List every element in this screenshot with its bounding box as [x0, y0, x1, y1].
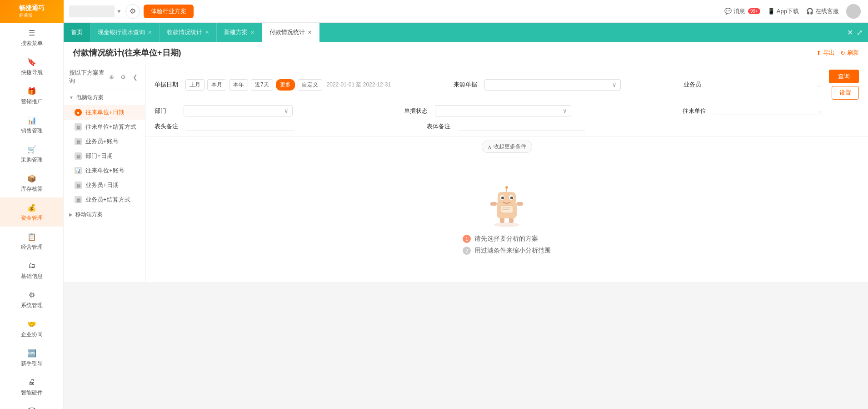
scheme-label-salesperson-account: 业务员+账号: [85, 137, 119, 146]
export-button[interactable]: ⬆ 导出: [816, 49, 835, 57]
date-btn-more[interactable]: 更多: [276, 79, 295, 91]
desktop-section-label: 电脑端方案: [76, 94, 104, 101]
sidebar-item-quick-nav[interactable]: 🔖 快捷导航: [0, 52, 63, 81]
panel-header-icons: ⊕ ⚙ ❮: [107, 72, 140, 81]
page-header: 付款情况统计(往来单位+日期) ⬆ 导出 ↻ 刷新: [64, 42, 868, 64]
scheme-icon-salesperson-settle: ▦: [75, 196, 82, 203]
scheme-item-salesperson-settle[interactable]: ▦ 业务员+结算方式: [64, 192, 145, 207]
sidebar-item-wechat[interactable]: 💬 企业微信: [0, 401, 63, 409]
tab-payments[interactable]: 付款情况统计 ✕: [262, 23, 319, 42]
sidebar-item-capital[interactable]: 💰 资金管理: [0, 197, 63, 227]
source-bill-chevron-icon: ∨: [612, 81, 617, 88]
query-button[interactable]: 查询: [829, 70, 859, 83]
sidebar-item-inventory[interactable]: 📦 库存核算: [0, 168, 63, 197]
panel-add-button[interactable]: ⊕: [107, 72, 116, 81]
marketing-icon: 🎁: [26, 86, 37, 96]
bill-status-select[interactable]: ∨: [435, 105, 571, 116]
dept-chevron-icon: ∨: [284, 107, 289, 114]
try-industry-button[interactable]: 体验行业方案: [144, 5, 194, 18]
counter-unit-input-area: ...: [713, 106, 823, 115]
desktop-section-header[interactable]: ▼ 电脑端方案: [64, 90, 145, 105]
tab-new-scheme-close-icon[interactable]: ✕: [250, 30, 254, 35]
sidebar-item-system[interactable]: ⚙ 系统管理: [0, 285, 63, 314]
workspace-selector[interactable]: ▼: [69, 5, 122, 17]
empty-state: 1 请先选择要分析的方案 2 用过滤条件来缩小分析范围: [145, 157, 868, 282]
sidebar-item-label-system: 系统管理: [21, 302, 43, 309]
sidebar-item-basic-info[interactable]: 🗂 基础信息: [0, 256, 63, 285]
panel-settings-button[interactable]: ⚙: [119, 72, 128, 81]
salesperson-input-area: ...: [713, 81, 822, 89]
scheme-icon-salesperson-account: ▦: [75, 138, 82, 145]
collapse-bar: ∧ 收起更多条件: [145, 136, 868, 157]
tab-bank[interactable]: 现金银行流水查询 ✕: [90, 23, 160, 42]
main-content: 首页 现金银行流水查询 ✕ 收款情况统计 ✕ 新建方案 ✕ 付款情况统计 ✕ ✕…: [64, 23, 868, 409]
tab-home[interactable]: 首页: [64, 23, 90, 42]
tab-bank-close-icon[interactable]: ✕: [148, 30, 152, 35]
guide-icon: 🆕: [26, 348, 37, 359]
tab-new-scheme[interactable]: 新建方案 ✕: [217, 23, 262, 42]
date-btn-last-month[interactable]: 上月: [185, 79, 205, 91]
scheme-item-dept-date[interactable]: ▦ 部门+日期: [64, 149, 145, 163]
panel-collapse-button[interactable]: ❮: [130, 72, 140, 81]
download-icon: 📱: [768, 8, 775, 15]
date-btn-custom[interactable]: 自定义: [298, 79, 322, 91]
collapse-button[interactable]: ∧ 收起更多条件: [482, 141, 532, 153]
sidebar-item-search-menu[interactable]: ☰ 搜索菜单: [0, 23, 63, 52]
mobile-section-header[interactable]: ▶ 移动端方案: [64, 207, 145, 222]
user-avatar[interactable]: [846, 4, 861, 19]
tab-receipts-label: 收款情况统计: [167, 28, 202, 36]
table-body-remark-label: 表体备注: [427, 122, 450, 131]
date-btn-this-year[interactable]: 本年: [229, 79, 248, 91]
table-body-remark-input[interactable]: [458, 122, 585, 131]
salesperson-dots[interactable]: ...: [817, 81, 822, 88]
sidebar-item-purchase[interactable]: 🛒 采购管理: [0, 139, 63, 168]
top-middle: ▼ ⚙ 体验行业方案: [64, 4, 724, 19]
sidebar-item-marketing[interactable]: 🎁 营销推广: [0, 81, 63, 110]
counter-unit-dots[interactable]: ...: [818, 107, 823, 114]
tab-receipts[interactable]: 收款情况统计 ✕: [160, 23, 217, 42]
bill-status-label: 单据状态: [404, 107, 428, 115]
top-right-actions: 💬 消息 99+ 📱 App下载 🎧 在线客服: [724, 4, 868, 19]
scheme-label-salesperson-settle: 业务员+结算方式: [85, 196, 130, 204]
collapse-label: 收起更多条件: [494, 143, 526, 151]
source-bill-select[interactable]: ∨: [484, 79, 621, 91]
tab-fullscreen-icon[interactable]: ⤢: [857, 28, 863, 37]
sidebar-item-guide[interactable]: 🆕 新手引导: [0, 343, 63, 372]
desktop-section-arrow-icon: ▼: [69, 95, 74, 100]
tab-close-all-icon[interactable]: ✕: [847, 28, 853, 37]
date-btn-this-month[interactable]: 本月: [207, 79, 226, 91]
filter-row-3: 表头备注 表体备注: [155, 122, 859, 131]
tip-num-2: 2: [463, 247, 471, 255]
dept-select[interactable]: ∨: [184, 105, 293, 116]
refresh-icon: ↻: [840, 50, 845, 56]
purchase-icon: 🛒: [26, 144, 37, 155]
quick-nav-icon: 🔖: [26, 56, 37, 67]
workspace-name: [69, 5, 115, 17]
refresh-button[interactable]: ↻ 刷新: [840, 49, 859, 57]
message-button[interactable]: 💬 消息 99+: [724, 7, 760, 15]
scheme-item-salesperson-date[interactable]: ▦ 业务员+日期: [64, 178, 145, 192]
date-btn-last-7days[interactable]: 近7天: [251, 79, 273, 91]
sidebar-item-enterprise[interactable]: 🤝 企业协同: [0, 314, 63, 343]
export-icon: ⬆: [816, 50, 821, 56]
query-buttons-area: 查询 设置: [829, 70, 859, 100]
scheme-label-counter-unit-date: 往来单位+日期: [85, 108, 125, 116]
app-download-button[interactable]: 📱 App下载: [768, 7, 799, 15]
tab-bank-label: 现金银行流水查询: [98, 28, 145, 36]
message-badge: 99+: [748, 8, 760, 14]
scheme-item-salesperson-account[interactable]: ▦ 业务员+账号: [64, 134, 145, 149]
scheme-item-counter-unit-settle[interactable]: ▦ 往来单位+结算方式: [64, 120, 145, 134]
online-service-button[interactable]: 🎧 在线客服: [806, 7, 839, 15]
scheme-item-counter-unit-account[interactable]: 📊 往来单位+账号: [64, 163, 145, 178]
filter-area: 单据日期 上月 本月 本年 近7天 更多 自定义 2022-01-01 至 20…: [145, 64, 868, 136]
top-settings-button[interactable]: ⚙: [125, 4, 140, 19]
table-head-remark-input[interactable]: [185, 122, 294, 131]
filter-settings-button[interactable]: 设置: [832, 86, 859, 100]
sidebar-item-hardware[interactable]: 🖨 智能硬件: [0, 372, 63, 401]
tab-receipts-close-icon[interactable]: ✕: [205, 30, 209, 35]
sidebar-item-sales[interactable]: 📊 销售管理: [0, 110, 63, 139]
scheme-item-counter-unit-date[interactable]: ● 往来单位+日期: [64, 105, 145, 120]
sidebar-item-operations[interactable]: 📋 经营管理: [0, 227, 63, 256]
tab-payments-close-icon[interactable]: ✕: [308, 30, 312, 35]
sidebar-item-label-guide: 新手引导: [21, 360, 43, 368]
